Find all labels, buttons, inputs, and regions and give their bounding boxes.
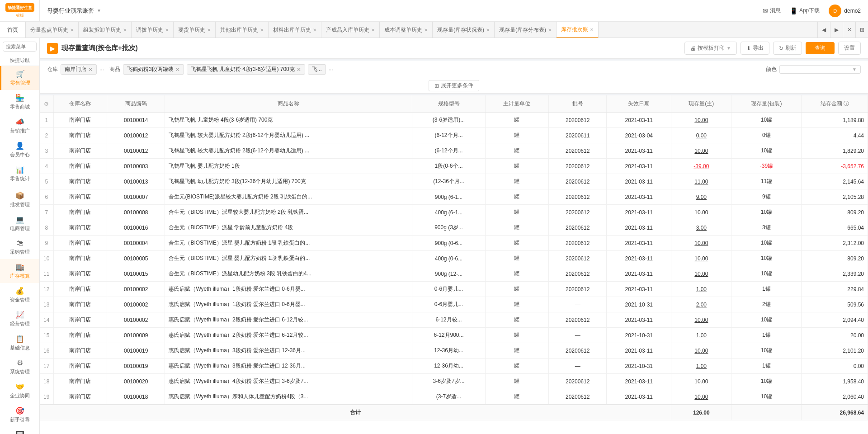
expand-more-btn[interactable]: ⊞ 展开更多条件 — [429, 80, 479, 91]
tab-close-all-btn[interactable]: ✕ — [843, 22, 855, 38]
app-download-btn[interactable]: 📱 App下载 — [790, 7, 820, 14]
goods-tag-1[interactable]: 飞鹤奶粉3段两罐装 ✕ — [123, 64, 184, 75]
goods-more[interactable]: ··· — [329, 66, 333, 73]
cell-qty-main[interactable]: 10.00 — [671, 266, 731, 282]
tab-cailiaochuku[interactable]: 材料出库单历史✕ — [269, 22, 321, 38]
close-tab-1[interactable]: ✕ — [70, 28, 74, 33]
warehouse-more[interactable]: ··· — [99, 66, 104, 73]
tab-yaohuo[interactable]: 要货单历史✕ — [174, 22, 216, 38]
cell-qty-main[interactable]: 1.00 — [671, 359, 731, 374]
cell-amount: 2,105.28 — [802, 189, 868, 205]
message-btn[interactable]: ✉ 消息 — [763, 7, 781, 14]
close-tab-8[interactable]: ✕ — [424, 28, 428, 33]
cell-qty-main[interactable]: 10.00 — [671, 343, 731, 359]
sidebar-item-zijin[interactable]: 💰 资金管理 — [0, 283, 39, 307]
sidebar-item-pifaguanli[interactable]: 📦 批发管理 — [0, 188, 39, 212]
goods-tag1-close[interactable]: ✕ — [175, 66, 180, 73]
sidebar-item-jichuxinxi[interactable]: 📋 基础信息 — [0, 331, 39, 355]
close-tab-2[interactable]: ✕ — [123, 28, 127, 33]
col-gear[interactable]: ⚙ — [40, 95, 53, 113]
close-tab-11[interactable]: ✕ — [590, 27, 594, 32]
tab-menu-btn[interactable]: ⊞ — [855, 22, 868, 38]
sidebar-item-lingshiguanli[interactable]: 🛒 零售管理 — [0, 66, 39, 90]
sidebar-item-dianshang[interactable]: 💻 电商管理 — [0, 212, 39, 236]
cell-qty-main[interactable]: 1.00 — [671, 328, 731, 343]
table-row: 6 南岸门店 00100007 合生元(BIOSTIME)派星较大婴儿配方奶粉 … — [40, 189, 868, 205]
tab-xiancunliangfenbu[interactable]: 现存量(库存分布表)✕ — [495, 22, 557, 38]
cell-expire: 2021-03-11 — [607, 189, 671, 205]
cell-batch: 20200612 — [548, 374, 606, 389]
query-btn[interactable]: 查询 — [806, 42, 835, 54]
close-tab-3[interactable]: ✕ — [165, 28, 169, 33]
sidebar-quick-nav[interactable]: 快捷导航 — [0, 55, 39, 66]
sidebar-item-xinshouyindao[interactable]: 🎯 新手引导 — [0, 403, 39, 427]
user-avatar[interactable]: D demo2 — [829, 5, 861, 17]
cell-qty-main[interactable]: 10.00 — [671, 374, 731, 389]
sidebar-item-caigou[interactable]: 🛍 采购管理 — [0, 236, 39, 259]
cell-qty-main[interactable]: 10.00 — [671, 113, 731, 128]
warehouse-tag[interactable]: 南岸门店 ✕ — [61, 64, 97, 75]
cell-qty-main[interactable]: 0.00 — [671, 128, 731, 143]
sidebar-item-lingshishangcheng[interactable]: 🏪 零售商城 — [0, 90, 39, 114]
sidebar-item-yingyong[interactable]: 🔲 应用中心 — [0, 427, 39, 434]
tab-home[interactable]: 首页 — [0, 22, 26, 38]
color-filter-input[interactable]: ▼ — [779, 65, 861, 74]
cell-amount: 1,829.20 — [802, 143, 868, 159]
close-tab-5[interactable]: ✕ — [260, 28, 264, 33]
warehouse-tag-close[interactable]: ✕ — [88, 66, 93, 73]
cell-qty-main[interactable]: 9.00 — [671, 189, 731, 205]
sidebar-item-jingying[interactable]: 📈 经营管理 — [0, 307, 39, 331]
cell-unit: 罐 — [485, 236, 548, 251]
row-num: 3 — [40, 143, 53, 159]
print-btn[interactable]: 🖨 按模板打印 ▼ — [684, 42, 737, 55]
cell-warehouse: 南岸门店 — [53, 282, 107, 297]
cell-amount: 2,145.64 — [802, 174, 868, 189]
cell-qty-main[interactable]: 10.00 — [671, 389, 731, 405]
goods-tag2-close[interactable]: ✕ — [297, 66, 301, 73]
sidebar-item-qiye[interactable]: 🤝 企业协同 — [0, 379, 39, 403]
cell-batch: 20200612 — [548, 236, 606, 251]
tab-fenliangpandian[interactable]: 分量盘点单历史✕ — [26, 22, 79, 38]
goods-tag-3[interactable]: 飞... — [308, 64, 326, 75]
cell-qty-main[interactable]: 10.00 — [671, 205, 731, 220]
tab-zuzhangchaijian[interactable]: 组装拆卸单历史✕ — [79, 22, 132, 38]
sidebar-item-yingxiaotuguan[interactable]: 📣 营销推广 — [0, 114, 39, 138]
expand-collapse-btn[interactable]: ▶ — [47, 43, 58, 54]
tab-qitachu[interactable]: 其他出库单历史✕ — [216, 22, 269, 38]
close-tab-9[interactable]: ✕ — [486, 28, 490, 33]
tab-chengbentiaozhen[interactable]: 成本调整单历史✕ — [380, 22, 433, 38]
cell-qty-main[interactable]: 10.00 — [671, 236, 731, 251]
db-selector[interactable]: 母婴行业演示账套 ▼ — [40, 0, 130, 21]
refresh-btn[interactable]: ↻ 刷新 — [773, 42, 802, 55]
tab-next-btn[interactable]: ▶ — [830, 22, 843, 38]
close-tab-6[interactable]: ✕ — [313, 28, 316, 33]
cell-qty-main[interactable]: 2.00 — [671, 297, 731, 312]
close-tab-10[interactable]: ✕ — [548, 28, 552, 33]
goods-tag-2[interactable]: 飞鹤星飞帆 儿童奶粉 4段(3-6岁适用) 700克 ✕ — [187, 64, 305, 75]
cell-qty-main[interactable]: 3.00 — [671, 220, 731, 236]
tab-prev-btn[interactable]: ◀ — [817, 22, 830, 38]
settings-btn[interactable]: 设置 — [838, 42, 861, 55]
tab-chanchengruku[interactable]: 产成品入库单历史✕ — [321, 22, 380, 38]
cell-qty-main[interactable]: 10.00 — [671, 312, 731, 328]
cell-qty-main[interactable]: 1.00 — [671, 282, 731, 297]
export-btn[interactable]: ⬇ 导出 — [741, 42, 769, 55]
sidebar-item-huiyuanzhongxin[interactable]: 👤 会员中心 — [0, 138, 39, 162]
sidebar-item-xitong[interactable]: ⚙ 系统管理 — [0, 355, 39, 379]
close-tab-4[interactable]: ✕ — [207, 28, 211, 33]
sidebar-item-lingshitongji[interactable]: 📊 零售统计 — [0, 162, 39, 186]
tab-xiancunliangkuzhang[interactable]: 现存量(库存状况表)✕ — [433, 22, 495, 38]
cell-qty-main[interactable]: 11.00 — [671, 174, 731, 189]
cell-name: 飞鹤星飞帆 较大婴儿配方奶粉 2段(6-12个月婴幼儿适用) ... — [165, 128, 412, 143]
close-tab-7[interactable]: ✕ — [371, 28, 375, 33]
cell-spec: 6-12月较... — [412, 312, 485, 328]
cell-qty-main[interactable]: 10.00 — [671, 251, 731, 266]
table-row: 7 南岸门店 00100008 合生元（BIOSTIME）派星较大婴儿配方奶粉 … — [40, 205, 868, 220]
table-row: 17 南岸门店 00100019 惠氏启赋（Wyeth illuma）3段奶粉 … — [40, 359, 868, 374]
tab-diaobodanhistory[interactable]: 调拨单历史✕ — [132, 22, 174, 38]
cell-qty-main[interactable]: 10.00 — [671, 143, 731, 159]
tab-kupicizang-active[interactable]: 库存批次账✕ — [557, 22, 599, 38]
sidebar-search-input[interactable] — [3, 42, 37, 52]
sidebar-item-kucunhesuan[interactable]: 🏬 库存核算 — [0, 259, 39, 283]
cell-qty-main[interactable]: -39.00 — [671, 159, 731, 174]
